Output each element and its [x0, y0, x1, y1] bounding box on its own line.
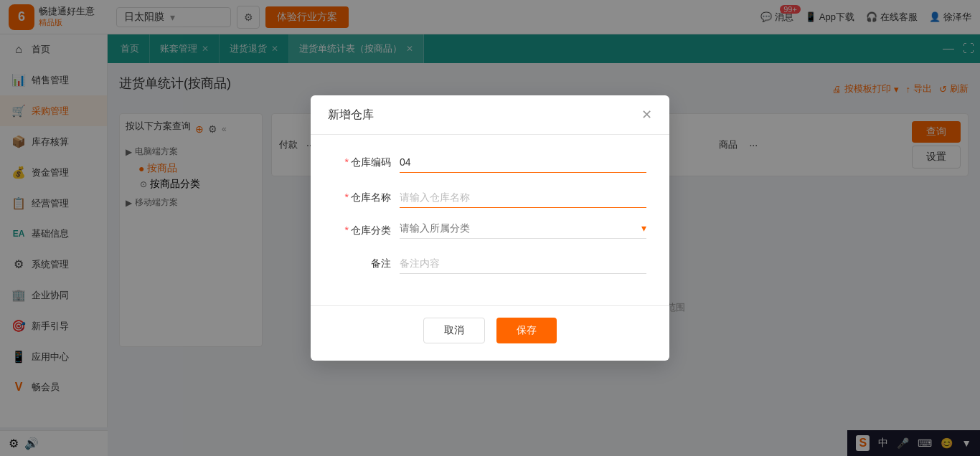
modal-footer: 取消 保存	[311, 305, 669, 361]
code-label: 仓库编码	[334, 156, 391, 169]
note-input[interactable]	[400, 253, 646, 274]
category-input[interactable]	[400, 222, 641, 234]
modal-body: 仓库编码 仓库名称 仓库分类 ▾ 备注	[311, 135, 669, 305]
new-warehouse-modal: 新增仓库 ✕ 仓库编码 仓库名称 仓库分类 ▾	[311, 95, 669, 361]
form-row-category: 仓库分类 ▾	[334, 222, 646, 239]
name-input[interactable]	[400, 187, 646, 208]
form-row-name: 仓库名称	[334, 187, 646, 208]
category-select-wrap: ▾	[400, 222, 646, 239]
modal-overlay: 新增仓库 ✕ 仓库编码 仓库名称 仓库分类 ▾	[0, 0, 980, 456]
form-row-code: 仓库编码	[334, 152, 646, 173]
modal-close-button[interactable]: ✕	[641, 107, 652, 123]
form-row-note: 备注	[334, 253, 646, 274]
category-arrow-icon: ▾	[641, 222, 646, 234]
save-button[interactable]: 保存	[496, 318, 557, 343]
note-label: 备注	[334, 257, 391, 270]
modal-header: 新增仓库 ✕	[311, 95, 669, 135]
code-input[interactable]	[400, 152, 646, 173]
name-label: 仓库名称	[334, 191, 391, 204]
modal-title: 新增仓库	[328, 108, 374, 123]
cancel-button[interactable]: 取消	[423, 318, 485, 343]
category-label: 仓库分类	[334, 224, 391, 237]
